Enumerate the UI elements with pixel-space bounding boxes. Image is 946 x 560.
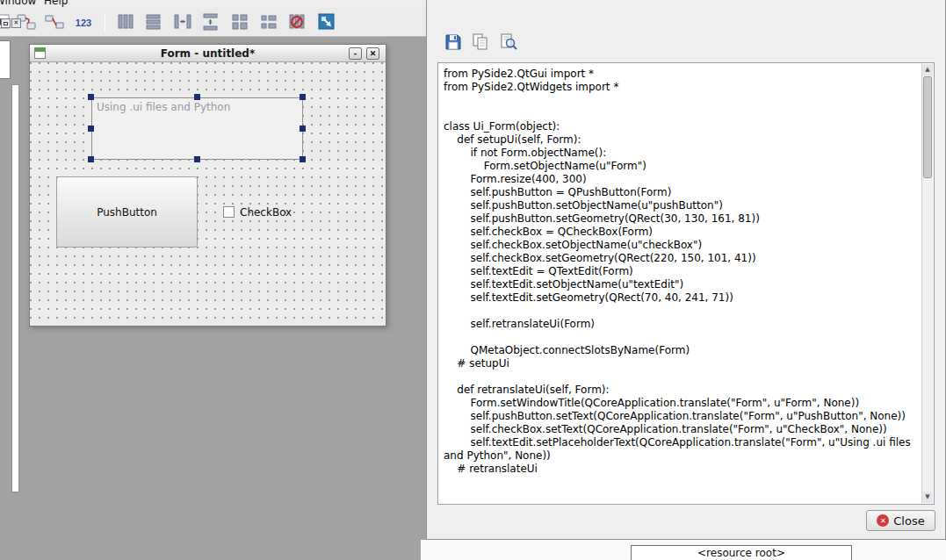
find-button[interactable]: [498, 31, 521, 54]
checkbox-label: CheckBox: [240, 206, 292, 219]
layout-grid-button[interactable]: [229, 11, 252, 33]
code-line: self.textEdit = QTextEdit(Form): [444, 265, 919, 278]
code-line: self.pushButton.setGeometry(QRect(30, 13…: [444, 212, 919, 226]
textedit-placeholder: Using .ui files and Python: [97, 101, 230, 113]
code-line: self.pushButton.setObjectName(u"pushButt…: [444, 199, 919, 212]
code-line: class Ui_Form(object):: [444, 120, 919, 133]
code-line: [444, 331, 919, 344]
code-line: self.checkBox = QCheckBox(Form): [444, 226, 919, 239]
tab-order-icon: 123: [76, 18, 91, 28]
widgetbox-filter-fragment[interactable]: [0, 40, 11, 79]
pushbutton-widget[interactable]: PushButton: [56, 176, 198, 248]
layout-form-icon: [258, 11, 279, 32]
form-window: Form - untitled* - ✕ Using .ui files and…: [29, 44, 386, 327]
scroll-up-icon: ▲: [925, 67, 929, 73]
find-icon: [498, 32, 519, 53]
selection-handle[interactable]: [300, 94, 306, 100]
code-line: self.pushButton.setText(QCoreApplication…: [444, 410, 919, 423]
code-area: from PySide2.QtGui import *from PySide2.…: [437, 62, 935, 505]
code-line: self.checkBox.setGeometry(QRect(220, 150…: [444, 252, 919, 265]
form-icon: [34, 47, 46, 59]
code-line: from PySide2.QtGui import *: [444, 68, 919, 81]
selection-handle[interactable]: [88, 126, 94, 132]
code-line: [444, 94, 919, 107]
dock-float-icon: [4, 22, 8, 25]
break-layout-icon: [286, 11, 307, 32]
save-icon: [443, 32, 464, 53]
resource-browser-fragment: <resource root>: [421, 540, 946, 560]
selection-handle[interactable]: [88, 156, 94, 162]
code-line: [444, 107, 919, 120]
break-layout-button[interactable]: [286, 11, 309, 33]
vertical-scrollbar[interactable]: ▲ ▼: [921, 64, 933, 503]
dock-close-icon: ✕: [14, 20, 19, 26]
scroll-down-icon: ▼: [925, 494, 929, 500]
layout-grid-icon: [229, 11, 250, 32]
layout-vertical-icon: [143, 11, 164, 32]
copy-button[interactable]: [470, 31, 493, 54]
code-line: # setupUi: [444, 357, 919, 370]
dialog-close-button[interactable]: ✕ Close: [866, 510, 935, 531]
code-line: self.retranslateUi(Form): [444, 318, 919, 331]
buddy-editor-button[interactable]: [44, 11, 67, 33]
dock-float-button[interactable]: [1, 18, 11, 28]
layout-form-button[interactable]: [258, 11, 281, 33]
menu-item-help[interactable]: Help: [44, 0, 68, 7]
adjust-size-icon: [316, 11, 337, 32]
buddy-editor-icon: [44, 11, 65, 32]
selection-handle[interactable]: [88, 94, 94, 100]
minimize-button[interactable]: -: [349, 47, 362, 60]
code-line: def setupUi(self, Form):: [444, 133, 919, 147]
code-line: self.textEdit.setGeometry(QRect(70, 40, …: [444, 291, 919, 305]
form-window-title: Form - untitled*: [30, 45, 386, 62]
textedit-widget[interactable]: Using .ui files and Python: [91, 97, 303, 160]
layout-vertical-button[interactable]: [143, 11, 166, 33]
close-circle-icon: ✕: [877, 514, 889, 527]
checkbox-indicator: [223, 206, 235, 218]
widgetbox-panel-fragment: [11, 84, 19, 492]
selection-handle[interactable]: [194, 156, 200, 162]
code-line: [444, 305, 919, 318]
adjust-size-button[interactable]: [316, 11, 339, 33]
save-button[interactable]: [443, 31, 466, 54]
checkbox-widget[interactable]: CheckBox: [223, 194, 312, 230]
selection-handle[interactable]: [300, 156, 306, 162]
code-line: [444, 370, 919, 384]
close-button-label: Close: [893, 514, 924, 528]
toolbar-separator: [105, 13, 105, 31]
form-window-titlebar[interactable]: Form - untitled* - ✕: [30, 45, 386, 62]
code-text[interactable]: from PySide2.QtGui import *from PySide2.…: [438, 63, 921, 504]
close-button[interactable]: ✕: [366, 47, 379, 60]
code-line: and Python", None)): [444, 449, 919, 463]
designer-screen: Window Help 123: [0, 0, 946, 560]
scrollbar-thumb[interactable]: [923, 76, 932, 178]
menu-item-window[interactable]: Window: [0, 0, 36, 7]
layout-horizontal-splitter-icon: [172, 11, 193, 32]
scroll-down-button[interactable]: ▼: [922, 492, 933, 503]
code-line: Form.resize(400, 300): [444, 173, 919, 186]
code-line: if not Form.objectName():: [444, 147, 919, 160]
layout-horizontal-button[interactable]: [115, 11, 138, 33]
layout-horizontal-icon: [115, 11, 136, 32]
scroll-up-button[interactable]: ▲: [922, 64, 933, 75]
code-line: def retranslateUi(self, Form):: [444, 384, 919, 397]
code-line: self.checkBox.setObjectName(u"checkBox"): [444, 239, 919, 252]
selection-handle[interactable]: [194, 94, 200, 100]
code-line: from PySide2.QtWidgets import *: [444, 81, 919, 94]
form-canvas[interactable]: Using .ui files and Python PushButton Ch…: [30, 62, 386, 326]
code-preview-dialog: from PySide2.QtGui import *from PySide2.…: [426, 0, 946, 540]
layout-horizontal-splitter-button[interactable]: [172, 11, 195, 33]
code-line: Form.setObjectName(u"Form"): [444, 160, 919, 173]
code-line: Form.setWindowTitle(QCoreApplication.tra…: [444, 397, 919, 410]
layout-vertical-splitter-icon: [200, 11, 221, 32]
selection-handle[interactable]: [300, 126, 306, 132]
resource-root-item[interactable]: <resource root>: [631, 545, 852, 560]
code-line: # retranslateUi: [444, 463, 919, 476]
dock-close-button[interactable]: ✕: [11, 18, 21, 28]
tab-order-button[interactable]: 123: [72, 11, 95, 33]
copy-icon: [470, 32, 491, 53]
code-line: self.checkBox.setText(QCoreApplication.t…: [444, 423, 919, 436]
code-line: self.textEdit.setObjectName(u"textEdit"): [444, 278, 919, 291]
layout-vertical-splitter-button[interactable]: [200, 11, 223, 33]
code-line: self.textEdit.setPlaceholderText(QCoreAp…: [444, 436, 919, 449]
